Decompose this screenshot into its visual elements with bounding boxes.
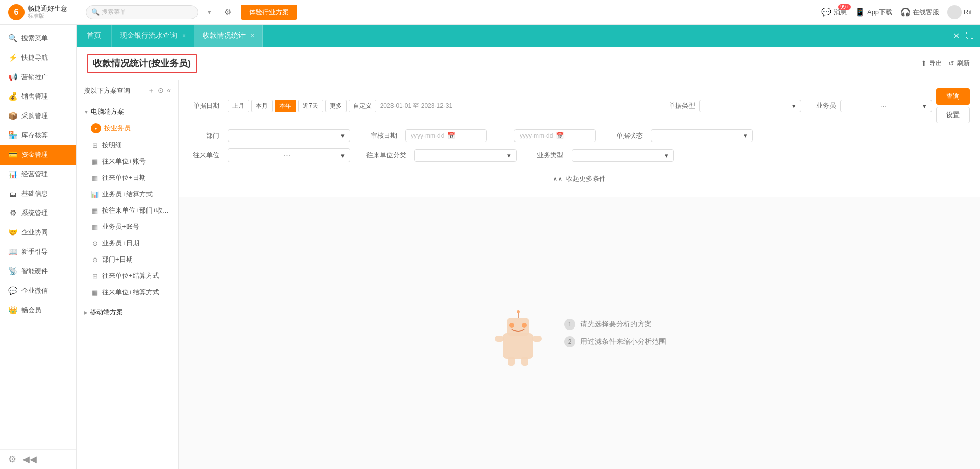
date-btn-last7[interactable]: 近7天	[298, 100, 323, 112]
tab-bar: 首页 现金银行流水查询 × 收款情况统计 × ✕ ⛶	[77, 25, 980, 47]
dept-label: 部门	[189, 131, 219, 140]
collapse-sidebar-icon[interactable]: ◀◀	[22, 454, 37, 465]
tree-item-by-detail[interactable]: ⊞ 按明细	[77, 137, 178, 153]
sidebar-item-purchase[interactable]: 📦 采购管理	[0, 106, 76, 126]
tree-item-unit-payment1[interactable]: ⊞ 往来单位+结算方式	[77, 268, 178, 284]
refresh-btn[interactable]: ↺ 刷新	[948, 59, 970, 68]
partner-category-label: 往来单位分类	[366, 151, 406, 160]
sidebar-bottom: ⚙ ◀◀	[0, 449, 76, 469]
sidebar-item-sales[interactable]: 💰 销售管理	[0, 87, 76, 106]
sidebar-item-operation[interactable]: 📊 经营管理	[0, 165, 76, 184]
page-title: 收款情况统计(按业务员)	[87, 54, 197, 73]
panel-settings-icon[interactable]: ⊙	[158, 86, 164, 96]
biz-type-chevron: ▾	[665, 152, 668, 159]
tree-item-by-staff[interactable]: ● 按业务员	[77, 120, 178, 137]
partner-dots[interactable]: ···	[284, 151, 290, 160]
page-header: 收款情况统计(按业务员) ⬆ 导出 ↺ 刷新	[77, 47, 980, 80]
settings-btn[interactable]: ⚙	[220, 5, 235, 19]
tree-item-staff-account[interactable]: ▦ 业务员+账号	[77, 219, 178, 235]
panel-add-icon[interactable]: ＋	[148, 86, 155, 96]
set-btn[interactable]: 设置	[936, 107, 970, 123]
trial-btn[interactable]: 体验行业方案	[241, 5, 297, 20]
sidebar-basic-icon: 🗂	[8, 189, 17, 198]
tip-text-2: 用过滤条件来缩小分析范围	[580, 337, 666, 346]
tab-maximize-icon[interactable]: ⛶	[966, 31, 974, 40]
content-area: 首页 现金银行流水查询 × 收款情况统计 × ✕ ⛶ 收款情况统计(按业务员)	[77, 25, 980, 469]
tree-item-icon4: 📊	[91, 190, 99, 198]
message-btn[interactable]: 💬 消息 99+	[821, 7, 847, 17]
sidebar-item-basic[interactable]: 🗂 基础信息	[0, 184, 76, 203]
doc-type-select[interactable]: ▾	[699, 100, 801, 112]
tree-item-staff-payment-label: 业务员+结算方式	[102, 190, 153, 199]
header-search-box[interactable]: 🔍 搜索菜单	[86, 5, 198, 19]
tree-item-unit-payment2[interactable]: ▦ 往来单位+结算方式	[77, 284, 178, 300]
sidebar-item-warehouse[interactable]: 🏪 库存核算	[0, 126, 76, 145]
sidebar-item-system[interactable]: ⚙ 系统管理	[0, 203, 76, 223]
sidebar-item-hardware[interactable]: 📡 智能硬件	[0, 262, 76, 281]
tree-mobile-header[interactable]: ▶ 移动端方案	[77, 304, 178, 320]
staff-dots[interactable]: ···	[880, 102, 886, 110]
tree-item-staff-date[interactable]: ⊙ 业务员+日期	[77, 235, 178, 251]
sidebar-item-search[interactable]: 🔍 搜索菜单	[0, 29, 76, 48]
partner-category-select[interactable]: ▾	[414, 149, 517, 162]
tab-close-all-icon[interactable]: ✕	[953, 31, 960, 41]
gear-icon: ⚙	[224, 7, 231, 17]
sidebar-item-quick-nav[interactable]: ⚡ 快捷导航	[0, 48, 76, 67]
biz-type-select[interactable]: ▾	[572, 149, 674, 162]
tree-item-unit-dept[interactable]: ▦ 按往来单位+部门+收...	[77, 202, 178, 219]
filter-row-2: 部门 ▾ 审核日期 yyyy-mm-dd 📅 —	[189, 129, 970, 142]
sidebar-nav: 🔍 搜索菜单 ⚡ 快捷导航 📢 营销推广 💰 销售管理 📦 采购管理 🏪 库存核…	[0, 25, 76, 449]
tree-item-icon8: ⊙	[91, 255, 99, 264]
tree-item-dept-date[interactable]: ⊙ 部门+日期	[77, 251, 178, 268]
calendar-icon-1[interactable]: 📅	[447, 132, 455, 139]
review-date-start[interactable]: yyyy-mm-dd 📅	[405, 129, 487, 142]
doc-status-select[interactable]: ▾	[651, 129, 753, 142]
dept-select[interactable]: ▾	[228, 129, 350, 142]
date-btn-this-year[interactable]: 本年	[275, 100, 296, 112]
sidebar-item-corp[interactable]: 🤝 企业协同	[0, 223, 76, 242]
user-avatar-btn[interactable]: Rit	[947, 5, 972, 19]
sidebar-wechat-icon: 💬	[8, 286, 17, 295]
sidebar-item-marketing[interactable]: 📢 营销推广	[0, 67, 76, 87]
settings-bottom-icon[interactable]: ⚙	[8, 454, 16, 465]
tab-home[interactable]: 首页	[77, 25, 112, 47]
tree-item-unit-account[interactable]: ▦ 往来单位+账号	[77, 153, 178, 170]
date-btn-more[interactable]: 更多	[325, 100, 347, 112]
tab-bank-flow-close[interactable]: ×	[182, 32, 186, 39]
calendar-icon-2[interactable]: 📅	[556, 132, 564, 139]
sidebar-finance-icon: 💳	[8, 150, 17, 159]
date-btn-custom[interactable]: 自定义	[349, 100, 376, 112]
review-date-end[interactable]: yyyy-mm-dd 📅	[514, 129, 596, 142]
filter-area: 单据日期 上月 本月 本年 近7天 更多 自定义 2023-01-01 至 20…	[179, 80, 980, 197]
date-range-text: 2023-01-01 至 2023-12-31	[380, 102, 452, 110]
query-btn[interactable]: 查询	[936, 88, 970, 105]
filter-collapse-btn[interactable]: ∧∧ 收起更多条件	[189, 169, 970, 189]
tree-item-icon10: ▦	[91, 288, 99, 296]
tab-receipt-stats-close[interactable]: ×	[251, 32, 254, 39]
export-btn[interactable]: ⬆ 导出	[921, 59, 942, 68]
panel-collapse-icon[interactable]: «	[167, 86, 171, 96]
sidebar-item-finance[interactable]: 💳 资金管理	[0, 145, 76, 165]
header-right: 💬 消息 99+ 📱 App下载 🎧 在线客服 Rit	[821, 5, 972, 19]
tree-desktop-header[interactable]: ▼ 电脑端方案	[77, 104, 178, 120]
header-dropdown-btn[interactable]: ▾	[204, 7, 214, 17]
empty-state: 1 请先选择要分析的方案 2 用过滤条件来缩小分析范围	[179, 197, 980, 469]
doc-status-label: 单据状态	[612, 131, 643, 140]
sidebar-operation-icon: 📊	[8, 170, 17, 179]
sidebar-item-member[interactable]: 👑 畅会员	[0, 300, 76, 320]
online-service-btn[interactable]: 🎧 在线客服	[900, 7, 939, 17]
sidebar-item-guide[interactable]: 📖 新手引导	[0, 242, 76, 262]
tab-bank-flow[interactable]: 现金银行流水查询 ×	[112, 25, 194, 47]
partner-select[interactable]: ··· ▾	[228, 148, 350, 162]
export-label: 导出	[929, 59, 942, 68]
tree-item-staff-payment[interactable]: 📊 业务员+结算方式	[77, 186, 178, 202]
collapse-label: 收起更多条件	[566, 174, 606, 183]
tab-receipt-stats[interactable]: 收款情况统计 ×	[194, 25, 263, 47]
date-btn-last-month[interactable]: 上月	[228, 100, 249, 112]
app-download-btn[interactable]: 📱 App下载	[855, 7, 892, 17]
staff-select[interactable]: ··· ▾	[840, 100, 932, 112]
date-btn-this-month[interactable]: 本月	[251, 100, 273, 112]
tree-item-unit-date[interactable]: ▦ 往来单位+日期	[77, 170, 178, 186]
sidebar-sales-label: 销售管理	[21, 92, 48, 101]
sidebar-item-wechat[interactable]: 💬 企业微信	[0, 281, 76, 300]
